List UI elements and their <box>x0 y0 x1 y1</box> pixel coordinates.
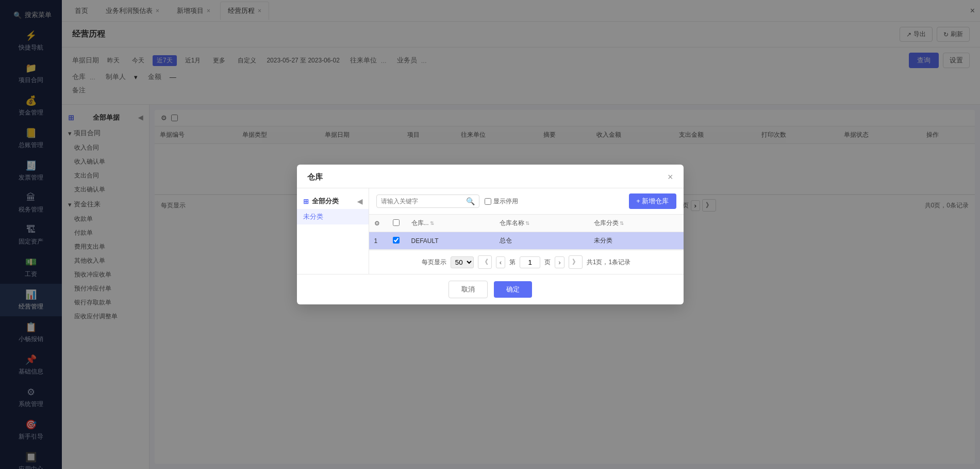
warehouse-modal: 仓库 × ⊞ 全部分类 ◀ 未分类 🔍 <box>297 165 684 304</box>
row-checkbox <box>388 232 406 250</box>
show-disabled-label[interactable]: 显示停用 <box>485 197 518 206</box>
cancel-button[interactable]: 取消 <box>449 281 488 298</box>
modal-search-input[interactable] <box>381 198 463 205</box>
modal-per-page-label: 每页显示 <box>422 258 446 267</box>
select-all-checkbox[interactable] <box>393 219 400 226</box>
modal-prev-page[interactable]: ‹ <box>496 256 505 268</box>
col-checkbox <box>388 215 406 232</box>
table-row[interactable]: 1 DEFAULT 总仓 未分类 <box>369 232 684 250</box>
categories-grid-icon: ⊞ <box>303 198 309 205</box>
modal-categories: ⊞ 全部分类 ◀ 未分类 <box>297 188 369 274</box>
categories-header-label: 全部分类 <box>312 197 339 206</box>
modal-page-label: 页 <box>544 258 551 267</box>
modal-toolbar: 🔍 显示停用 + 新增仓库 <box>369 188 684 215</box>
search-icon[interactable]: 🔍 <box>466 197 475 205</box>
modal-header: 仓库 × <box>297 165 684 188</box>
show-disabled-checkbox[interactable] <box>485 198 491 205</box>
modal-table: ⚙ 仓库... ⇅ <box>369 215 684 250</box>
modal-footer: 取消 确定 <box>297 274 684 304</box>
row-code: DEFAULT <box>406 232 495 250</box>
sort-icon-category[interactable]: ⇅ <box>620 220 624 226</box>
modal-page-text: 第 <box>509 258 516 267</box>
col-warehouse-code: 仓库... ⇅ <box>406 215 495 232</box>
modal-page-input[interactable] <box>520 256 540 268</box>
modal-next-page[interactable]: › <box>555 256 564 268</box>
modal-pagination: 每页显示 50 《 ‹ 第 页 › 》 共1页，1条记录 <box>369 250 684 274</box>
modal-close-button[interactable]: × <box>668 172 673 183</box>
modal-category-unclassified[interactable]: 未分类 <box>297 209 369 224</box>
row-select-checkbox[interactable] <box>393 237 400 244</box>
modal-last-page[interactable]: 》 <box>569 255 583 269</box>
add-warehouse-button[interactable]: + 新增仓库 <box>629 193 676 209</box>
sort-icon-name[interactable]: ⇅ <box>525 220 529 226</box>
modal-title: 仓库 <box>307 172 323 182</box>
modal-first-page[interactable]: 《 <box>478 255 492 269</box>
modal-categories-header: ⊞ 全部分类 ◀ <box>297 193 369 209</box>
col-settings: ⚙ <box>369 215 388 232</box>
modal-search-box: 🔍 <box>376 195 479 208</box>
row-name: 总仓 <box>494 232 589 250</box>
confirm-button[interactable]: 确定 <box>494 281 532 298</box>
col-warehouse-name: 仓库名称 ⇅ <box>494 215 589 232</box>
modal-total-records: 共1页，1条记录 <box>587 258 630 267</box>
settings-icon[interactable]: ⚙ <box>374 220 380 227</box>
col-warehouse-category: 仓库分类 ⇅ <box>589 215 683 232</box>
categories-collapse-icon[interactable]: ◀ <box>357 198 362 205</box>
modal-overlay[interactable]: 仓库 × ⊞ 全部分类 ◀ 未分类 🔍 <box>0 0 980 469</box>
sort-icon-code[interactable]: ⇅ <box>430 220 434 226</box>
modal-per-page-select[interactable]: 50 <box>451 256 474 268</box>
row-no: 1 <box>369 232 388 250</box>
modal-body: ⊞ 全部分类 ◀ 未分类 🔍 显示停用 <box>297 188 684 274</box>
row-category: 未分类 <box>589 232 683 250</box>
modal-right: 🔍 显示停用 + 新增仓库 ⚙ <box>369 188 684 274</box>
